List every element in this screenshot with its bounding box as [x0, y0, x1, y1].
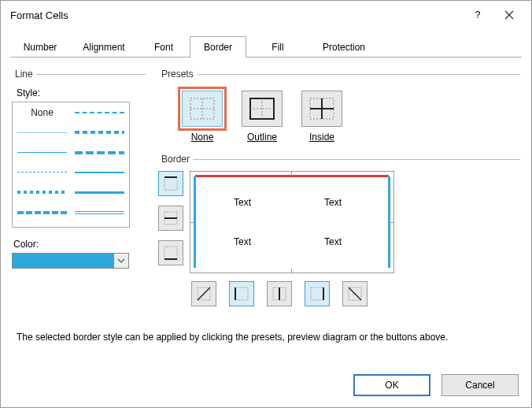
color-label: Color:	[13, 239, 146, 250]
preview-text: Text	[324, 236, 342, 247]
svg-line-24	[349, 287, 361, 300]
line-style-list[interactable]: None	[12, 102, 130, 228]
preset-inside-button[interactable]	[301, 91, 342, 127]
border-right-button[interactable]	[305, 281, 330, 306]
border-group: Border Text	[158, 154, 520, 306]
color-swatch[interactable]	[12, 253, 114, 269]
tab-fill[interactable]: Fill	[246, 36, 309, 57]
close-button[interactable]	[493, 3, 525, 27]
line-legend: Line	[12, 69, 36, 80]
line-style-opt[interactable]	[75, 187, 124, 198]
line-style-opt[interactable]	[75, 107, 124, 118]
svg-rect-13	[164, 247, 177, 259]
preview-top-edge	[195, 175, 389, 177]
help-button[interactable]: ?	[462, 3, 493, 27]
diag-up-icon	[196, 286, 212, 302]
svg-line-16	[198, 287, 210, 300]
preset-inside-icon	[308, 97, 335, 121]
line-group: Line Style: None Color:	[12, 69, 146, 269]
tab-strip: Number Alignment Font Border Fill Protec…	[10, 35, 522, 57]
border-top-button[interactable]	[158, 171, 183, 196]
border-mid-v-icon	[272, 286, 287, 302]
tab-protection[interactable]: Protection	[309, 36, 379, 57]
line-style-opt[interactable]	[75, 167, 124, 178]
presets-legend: Presets	[158, 69, 197, 80]
svg-rect-17	[235, 287, 248, 300]
tab-number[interactable]: Number	[10, 36, 70, 57]
chevron-down-icon	[117, 258, 125, 263]
tab-border[interactable]: Border	[190, 36, 246, 57]
window-title: Format Cells	[10, 9, 462, 21]
preset-outline-label: Outline	[242, 132, 283, 143]
svg-rect-21	[311, 287, 323, 300]
hint-text: The selected border style can be applied…	[17, 332, 515, 343]
line-style-opt[interactable]	[17, 207, 67, 218]
preset-outline-icon	[249, 97, 275, 121]
tab-alignment[interactable]: Alignment	[70, 36, 138, 57]
border-middle-h-button[interactable]	[158, 206, 183, 231]
style-label: Style:	[17, 87, 146, 98]
preset-none-icon	[189, 97, 216, 121]
preview-text: Text	[234, 197, 251, 208]
border-top-icon	[163, 176, 179, 191]
border-preview[interactable]: Text Text Text Text	[190, 171, 394, 273]
tab-font[interactable]: Font	[138, 36, 190, 57]
border-middle-v-button[interactable]	[267, 281, 292, 306]
close-icon	[504, 10, 514, 20]
presets-group: Presets None Outline	[158, 69, 520, 147]
line-style-opt[interactable]	[75, 207, 124, 218]
preset-none-button[interactable]	[182, 91, 223, 127]
line-style-opt[interactable]	[17, 147, 67, 158]
cancel-button[interactable]: Cancel	[441, 374, 519, 396]
svg-rect-9	[164, 177, 177, 190]
line-style-opt[interactable]	[17, 167, 67, 178]
line-style-opt[interactable]	[17, 187, 67, 198]
border-mid-h-icon	[163, 210, 179, 226]
preset-none-label: None	[182, 132, 223, 143]
ok-button[interactable]: OK	[353, 374, 430, 396]
color-dropdown-button[interactable]	[113, 253, 129, 269]
border-diag-up-button[interactable]	[191, 281, 216, 306]
dialog-footer: OK Cancel	[353, 374, 519, 396]
preview-text: Text	[324, 197, 342, 208]
border-bottom-icon	[163, 245, 179, 261]
preset-outline-button[interactable]	[242, 91, 283, 127]
line-style-opt[interactable]	[75, 127, 124, 138]
line-style-opt[interactable]	[75, 147, 124, 158]
border-right-icon	[309, 286, 325, 302]
border-diag-down-button[interactable]	[342, 281, 368, 306]
border-left-button[interactable]	[229, 281, 254, 306]
border-bottom-button[interactable]	[158, 240, 183, 265]
preview-text: Text	[234, 236, 251, 247]
line-style-none[interactable]: None	[17, 107, 67, 118]
border-legend: Border	[158, 154, 193, 165]
title-bar: Format Cells ?	[1, 1, 531, 29]
preset-inside-label: Inside	[301, 132, 342, 143]
diag-down-icon	[347, 286, 363, 302]
line-style-opt[interactable]	[17, 127, 67, 138]
border-left-icon	[234, 286, 249, 302]
